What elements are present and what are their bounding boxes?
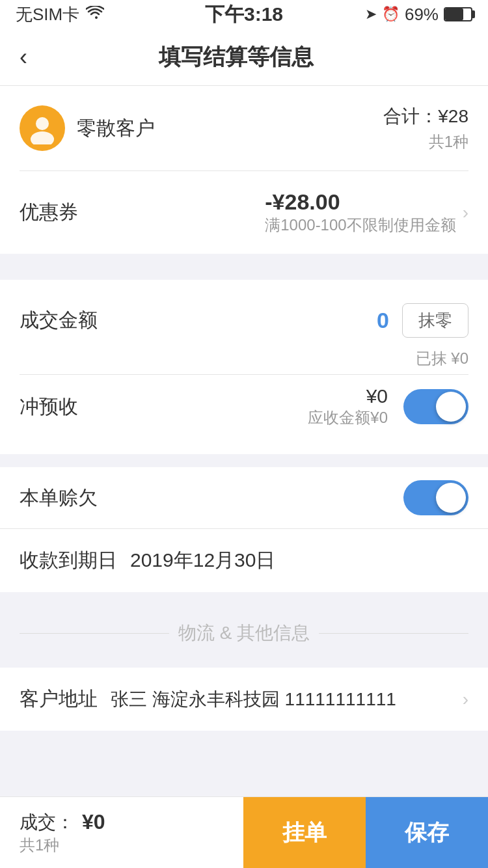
customer-left: 零散客户 (20, 105, 155, 151)
chevron-right-icon: › (463, 202, 468, 223)
bottom-transaction-label: 成交： (20, 810, 74, 835)
content: 零散客户 合计：¥28 共1种 优惠券 -¥28.00 满1000-100不限制… (0, 86, 488, 809)
amount-right: 0 抹零 (377, 303, 468, 338)
svg-point-0 (36, 117, 49, 130)
pre-collect-toggle[interactable] (403, 389, 468, 424)
gray-separator-3 (0, 592, 488, 605)
due-date-value: 2019年12月30日 (130, 547, 275, 574)
address-chevron-icon: › (463, 689, 468, 710)
due-date-row[interactable]: 收款到期日 2019年12月30日 (0, 529, 488, 592)
hangup-button[interactable]: 挂单 (243, 797, 366, 868)
due-date-label: 收款到期日 (20, 547, 117, 574)
back-button[interactable]: ‹ (20, 46, 27, 69)
save-button[interactable]: 保存 (366, 797, 488, 868)
transaction-section: 成交金额 0 抹零 已抹 ¥0 冲预收 ¥0 应收金额¥0 (0, 280, 488, 454)
bottom-total: 成交： ¥0 (20, 810, 224, 835)
rounded-sub: 已抹 ¥0 (0, 348, 488, 374)
total-amount: 合计：¥28 (383, 104, 468, 129)
credit-toggle[interactable] (403, 480, 468, 515)
customer-row: 零散客户 合计：¥28 共1种 (0, 86, 488, 170)
pre-value: ¥0 (308, 385, 388, 407)
address-value: 张三 海淀永丰科技园 11111111111 (111, 687, 450, 712)
pre-collect-values: ¥0 应收金额¥0 (308, 385, 388, 428)
round-zero-button[interactable]: 抹零 (402, 303, 468, 338)
bottom-count: 共1种 (20, 835, 224, 856)
customer-name: 零散客户 (77, 115, 155, 142)
customer-right: 合计：¥28 共1种 (383, 104, 468, 152)
bottom-bar: 成交： ¥0 共1种 挂单 保存 (0, 796, 488, 868)
pre-collect-right: ¥0 应收金额¥0 (308, 385, 468, 428)
page-title: 填写结算等信息 (40, 42, 432, 72)
nav-bar: ‹ 填写结算等信息 (0, 29, 488, 86)
gray-separator-2 (0, 454, 488, 467)
gray-separator-4 (0, 661, 488, 668)
status-time: 下午3:18 (205, 1, 283, 28)
transaction-label: 成交金额 (20, 307, 98, 334)
transaction-value: 0 (377, 308, 389, 333)
coupon-right: -¥28.00 满1000-100不限制使用金额 › (265, 189, 468, 236)
coupon-label: 优惠券 (20, 199, 78, 226)
coupon-row[interactable]: 优惠券 -¥28.00 满1000-100不限制使用金额 › (0, 171, 488, 254)
status-bar: 无SIM卡 下午3:18 ➤ ⏰ 69% (0, 0, 488, 29)
battery-icon (444, 7, 472, 21)
credit-section: 本单赊欠 (0, 467, 488, 528)
gray-separator-1 (0, 267, 488, 280)
coupon-info: -¥28.00 满1000-100不限制使用金额 (265, 189, 455, 236)
bottom-amount: ¥0 (82, 810, 105, 834)
amount-row: 成交金额 0 抹零 (0, 293, 488, 348)
wifi-icon (86, 5, 104, 25)
battery-label: 69% (405, 5, 439, 25)
carrier-label: 无SIM卡 (16, 3, 79, 26)
address-row[interactable]: 客户地址 张三 海淀永丰科技园 11111111111 › (0, 668, 488, 731)
bottom-buttons: 挂单 保存 (243, 797, 488, 868)
logistics-label: 物流 & 其他信息 (20, 621, 468, 645)
location-icon: ➤ (365, 6, 377, 23)
status-left: 无SIM卡 (16, 3, 104, 26)
pre-collect-row: 冲预收 ¥0 应收金额¥0 (0, 375, 488, 441)
customer-section: 零散客户 合计：¥28 共1种 优惠券 -¥28.00 满1000-100不限制… (0, 86, 488, 254)
status-right: ➤ ⏰ 69% (365, 5, 472, 25)
credit-label: 本单赊欠 (20, 485, 98, 511)
pre-collect-label: 冲预收 (20, 394, 78, 420)
svg-point-1 (31, 131, 54, 144)
coupon-sub-text: 满1000-100不限制使用金额 (265, 215, 455, 236)
bottom-info: 成交： ¥0 共1种 (0, 810, 243, 856)
logistics-text: 物流 & 其他信息 (178, 621, 310, 645)
alarm-icon: ⏰ (382, 6, 400, 23)
pre-sub: 应收金额¥0 (308, 407, 388, 428)
address-key: 客户地址 (20, 686, 98, 712)
logistics-section: 物流 & 其他信息 (0, 605, 488, 661)
total-count: 共1种 (383, 131, 468, 152)
avatar (20, 105, 65, 151)
coupon-discount: -¥28.00 (265, 189, 455, 215)
